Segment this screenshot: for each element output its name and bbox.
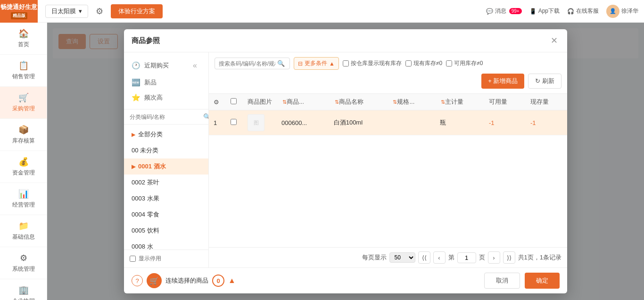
page-number-input[interactable] bbox=[457, 252, 476, 263]
show-disabled-label: 显示停用 bbox=[139, 255, 161, 263]
modal-close-button[interactable]: ✕ bbox=[548, 35, 560, 46]
settings-icon[interactable]: ⚙ bbox=[92, 4, 107, 19]
sort-icon-name[interactable]: ⇅ bbox=[335, 99, 339, 105]
sidebar-item-enterprise[interactable]: 🏢 企业协同 bbox=[0, 279, 47, 300]
confirm-button[interactable]: 确定 bbox=[525, 273, 560, 289]
user-item[interactable]: 👤 徐泽华 bbox=[606, 5, 638, 18]
row-checkbox[interactable] bbox=[231, 119, 237, 125]
sidebar-item-system[interactable]: ⚙ 系统管理 bbox=[0, 247, 47, 279]
category-item-0005[interactable]: 0005 饮料 bbox=[124, 223, 208, 239]
store-dropdown[interactable]: 日太阳膜 ▾ bbox=[45, 5, 88, 18]
th-settings: ⚙ bbox=[209, 94, 226, 110]
basic-icon: 📁 bbox=[18, 221, 29, 231]
category-item-0001[interactable]: ▶ 0001 酒水 bbox=[124, 158, 208, 175]
product-table: ⚙ 商品图片 bbox=[209, 94, 567, 135]
more-filter-button[interactable]: ⊟ 更多条件 ▲ bbox=[294, 57, 339, 70]
checkbox-current-stock-label: 现有库存≠0 bbox=[413, 59, 442, 67]
category-label-0004: 0004 零食 bbox=[132, 210, 159, 219]
row-no: 1 bbox=[209, 110, 226, 135]
category-item-0004[interactable]: 0004 零食 bbox=[124, 207, 208, 223]
category-label-0008: 0008 水 bbox=[132, 242, 153, 250]
app-download-item[interactable]: 📱 App下载 bbox=[529, 7, 560, 15]
message-label: 消息 bbox=[495, 7, 506, 15]
refresh-button[interactable]: ↻ 刷新 bbox=[528, 74, 561, 89]
sidebar-item-finance[interactable]: 💰 资金管理 bbox=[0, 151, 47, 183]
checkbox-current-stock-input[interactable] bbox=[405, 60, 412, 67]
cancel-button[interactable]: 取消 bbox=[484, 273, 520, 289]
trial-button[interactable]: 体验行业方案 bbox=[111, 4, 163, 18]
product-search-wrap: 🔍 bbox=[215, 58, 290, 69]
sidebar-item-home[interactable]: 🏠 首页 bbox=[0, 23, 47, 55]
cart-collapse-icon[interactable]: ▲ bbox=[228, 276, 236, 285]
per-page-label: 每页显示 bbox=[362, 253, 387, 262]
checkbox-available-stock-input[interactable] bbox=[446, 60, 452, 67]
message-nav-item[interactable]: 💬 消息 99+ bbox=[486, 7, 522, 15]
headset-icon: 🎧 bbox=[567, 8, 574, 15]
checkbox-by-warehouse-input[interactable] bbox=[343, 60, 349, 67]
tab-new-product[interactable]: 🆕 新品 bbox=[124, 75, 208, 90]
page-first-button[interactable]: ⟨⟨ bbox=[418, 251, 430, 264]
product-toolbar: 🔍 ⊟ 更多条件 ▲ 按仓库显示现有库存 bbox=[209, 52, 567, 94]
sort-icon-spec[interactable]: ⇅ bbox=[393, 99, 397, 105]
tab-recent-purchase[interactable]: 🕐 近期购买 « bbox=[124, 56, 208, 75]
navbar-right: 💬 消息 99+ 📱 App下载 🎧 在线客服 👤 徐泽华 bbox=[486, 5, 638, 18]
checkbox-available-stock[interactable]: 可用库存≠0 bbox=[446, 59, 483, 67]
navbar-center: 日太阳膜 ▾ ⚙ 体验行业方案 bbox=[38, 4, 486, 19]
category-item-all[interactable]: ▶ 全部分类 bbox=[124, 126, 208, 142]
chevron-down-icon: ▾ bbox=[79, 8, 82, 15]
sidebar-item-inventory[interactable]: 📦 库存核算 bbox=[0, 119, 47, 151]
product-search-input[interactable] bbox=[219, 60, 275, 67]
page-last-button[interactable]: ⟩⟩ bbox=[503, 251, 515, 264]
category-item-0002[interactable]: 0002 茶叶 bbox=[124, 175, 208, 191]
recent-icon: 🕐 bbox=[132, 61, 140, 70]
checkbox-current-stock[interactable]: 现有库存≠0 bbox=[405, 59, 442, 67]
category-search-input[interactable] bbox=[130, 114, 200, 120]
store-name: 日太阳膜 bbox=[51, 7, 76, 16]
product-search-icon[interactable]: 🔍 bbox=[277, 60, 285, 67]
table-row[interactable]: 1 图 000600... 白酒100ml bbox=[209, 110, 567, 135]
category-item-0003[interactable]: 0003 水果 bbox=[124, 191, 208, 207]
sidebar-label-home: 首页 bbox=[18, 41, 29, 49]
page-next-button[interactable]: › bbox=[488, 251, 500, 264]
show-disabled-checkbox-label[interactable]: 显示停用 bbox=[130, 255, 203, 263]
row-stock: -1 bbox=[526, 110, 567, 135]
sidebar: 🏠 首页 📋 销售管理 🛒 采购管理 📦 库存核算 💰 资金管理 📊 经营管理 … bbox=[0, 23, 47, 300]
sort-icon-code[interactable]: ⇅ bbox=[282, 99, 287, 105]
per-page-select[interactable]: 50 10 20 100 bbox=[389, 252, 415, 263]
pagination: 每页显示 50 10 20 100 ⟨⟨ ‹ 第 页 bbox=[209, 247, 567, 267]
system-icon: ⚙ bbox=[20, 253, 27, 263]
sidebar-item-purchase[interactable]: 🛒 采购管理 bbox=[0, 87, 47, 119]
category-search-icon[interactable]: 🔍 bbox=[203, 113, 209, 120]
select-all-checkbox[interactable] bbox=[231, 98, 237, 104]
add-product-button[interactable]: + 新增商品 bbox=[481, 74, 524, 89]
category-panel: 🕐 近期购买 « 🆕 新品 ⭐ 频次高 bbox=[124, 52, 209, 267]
sidebar-item-basic[interactable]: 📁 基础信息 bbox=[0, 215, 47, 247]
available-value: -1 bbox=[489, 119, 495, 126]
column-settings-icon[interactable]: ⚙ bbox=[214, 99, 219, 106]
row-code: 000600... bbox=[277, 110, 329, 135]
modal-overlay: 商品参照 ✕ 🕐 近期购买 « � bbox=[47, 23, 644, 300]
cart-label: 连续选择的商品 bbox=[165, 276, 208, 285]
sidebar-label-basic: 基础信息 bbox=[12, 233, 35, 241]
sort-icon-unit[interactable]: ⇅ bbox=[441, 99, 445, 105]
app-logo: 畅捷通好生意 精品版 bbox=[0, 0, 38, 23]
sidebar-item-sales[interactable]: 📋 销售管理 bbox=[0, 55, 47, 87]
sidebar-label-sales: 销售管理 bbox=[12, 73, 35, 81]
page-prev-button[interactable]: ‹ bbox=[433, 251, 446, 264]
category-item-0008[interactable]: 0008 水 bbox=[124, 239, 208, 250]
logo-subtitle: 精品版 bbox=[11, 12, 27, 19]
tab-frequent[interactable]: ⭐ 频次高 bbox=[124, 90, 208, 105]
sidebar-item-business[interactable]: 📊 经营管理 bbox=[0, 183, 47, 215]
th-spec: ⇅规格... bbox=[387, 94, 435, 110]
help-icon[interactable]: ? bbox=[132, 275, 143, 286]
show-disabled-checkbox[interactable] bbox=[130, 256, 136, 262]
th-stock: 现存量 bbox=[526, 94, 567, 110]
username: 徐泽华 bbox=[621, 7, 638, 15]
sidebar-label-finance: 资金管理 bbox=[12, 169, 35, 177]
service-item[interactable]: 🎧 在线客服 bbox=[567, 7, 599, 15]
collapse-icon[interactable]: « bbox=[189, 59, 201, 72]
checkbox-by-warehouse[interactable]: 按仓库显示现有库存 bbox=[343, 59, 402, 67]
th-available: 可用量 bbox=[484, 94, 526, 110]
category-item-00[interactable]: 00 未分类 bbox=[124, 142, 208, 158]
sidebar-label-enterprise: 企业协同 bbox=[12, 297, 35, 300]
